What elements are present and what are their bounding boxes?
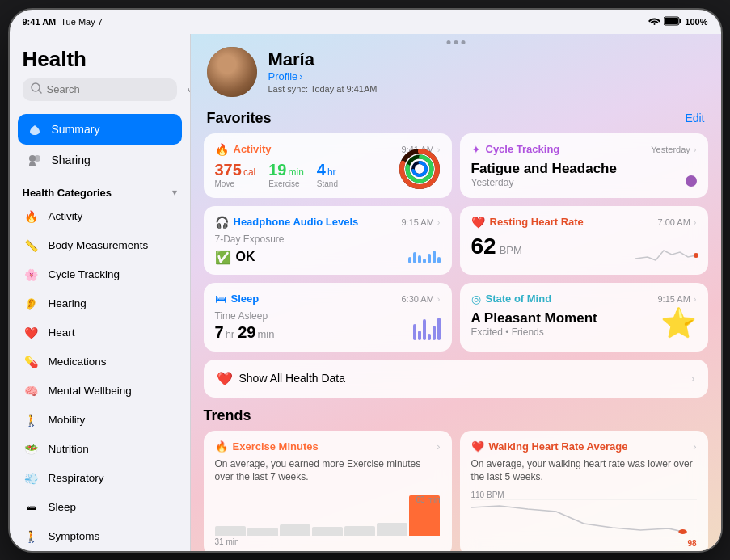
sidebar-item-cycle-tracking[interactable]: 🌸 Cycle Tracking <box>10 260 190 289</box>
cycle-card-icon: ✦ <box>471 143 481 156</box>
sidebar-item-label-summary: Summary <box>52 123 100 136</box>
profile-sync: Last sync: Today at 9:41AM <box>268 84 705 94</box>
headphone-card[interactable]: 🎧 Headphone Audio Levels 9:15 AM › 7-Day… <box>204 206 452 275</box>
sleep-card-title: Sleep <box>231 293 260 305</box>
favorites-header: Favorites Edit <box>191 105 721 133</box>
svg-point-0 <box>654 23 656 25</box>
sidebar: Health Summary <box>10 34 191 551</box>
heart-rate-card[interactable]: ❤️ Resting Heart Rate 7:00 AM › 62 BPM <box>460 206 708 275</box>
profile-link[interactable]: Profile › <box>268 70 705 82</box>
activity-ring <box>399 148 441 190</box>
mobility-icon: 🚶 <box>23 411 40 429</box>
hr-trend-title: Walking Heart Rate Average <box>489 440 628 453</box>
activity-card[interactable]: 🔥 Activity 9:41 AM › 375 cal <box>204 133 452 198</box>
heart-rate-chart <box>635 234 700 267</box>
show-all-text: Show All Health Data <box>239 372 685 385</box>
category-label-cycle: Cycle Tracking <box>49 268 120 280</box>
sidebar-item-heart[interactable]: ❤️ Heart <box>10 318 190 347</box>
heart-rate-chevron-icon: › <box>694 217 697 227</box>
status-date: Tue May 7 <box>61 17 103 27</box>
cycle-card-title: Cycle Tracking <box>486 143 560 155</box>
sidebar-item-summary[interactable]: Summary <box>18 114 182 145</box>
sidebar-item-mental-wellbeing[interactable]: 🧠 Mental Wellbeing <box>10 377 190 406</box>
category-label-hearing: Hearing <box>49 297 87 309</box>
heart-rate-unit: BPM <box>500 244 522 256</box>
headphone-card-title: Headphone Audio Levels <box>234 216 359 228</box>
sleep-minutes: 29 <box>238 323 255 342</box>
health-categories-header[interactable]: Health Categories ▾ <box>10 180 190 202</box>
svg-point-18 <box>678 529 686 534</box>
cycle-tracking-card[interactable]: ✦ Cycle Tracking Yesterday › Fatigue and… <box>460 133 708 198</box>
heart-rate-trend-card[interactable]: ❤️ Walking Heart Rate Average › On avera… <box>460 431 708 551</box>
profile-link-label: Profile <box>268 70 298 82</box>
trend-bar-4 <box>312 527 343 536</box>
category-label-mental: Mental Wellbeing <box>49 385 132 397</box>
trend-bar-1 <box>215 526 246 536</box>
search-input[interactable] <box>47 83 183 95</box>
show-all-chevron-icon: › <box>691 372 695 385</box>
state-of-mind-card[interactable]: ◎ State of Mind 9:15 AM › A Pleasant Mom… <box>460 283 708 352</box>
sidebar-item-body-measurements[interactable]: 📏 Body Measurements <box>10 231 190 260</box>
heart-icon: ❤️ <box>23 324 40 342</box>
exercise-unit: min <box>288 166 303 178</box>
health-categories-label: Health Categories <box>23 187 112 199</box>
chevron-down-icon: ▾ <box>172 187 177 198</box>
wifi-icon <box>648 16 660 27</box>
exercise-trend-card[interactable]: 🔥 Exercise Minutes › On average, you ear… <box>204 431 452 551</box>
category-label-nutrition: Nutrition <box>49 443 89 455</box>
svg-point-9 <box>34 155 40 162</box>
avatar <box>207 47 257 97</box>
activity-card-icon: 🔥 <box>215 143 229 156</box>
stand-unit: hr <box>327 166 336 178</box>
sleep-hr-label: hr <box>226 328 235 340</box>
stand-label: Stand <box>317 179 338 188</box>
svg-rect-2 <box>680 19 681 23</box>
sleep-sub-label: Time Asleep <box>215 310 441 322</box>
edit-button[interactable]: Edit <box>685 112 704 124</box>
category-label-heart: Heart <box>49 326 75 339</box>
activity-card-title: Activity <box>234 143 272 155</box>
trends-title: Trends <box>204 407 251 424</box>
headphone-bars-visual <box>408 251 441 263</box>
profile-info: María Profile › Last sync: Today at 9:41… <box>268 49 705 94</box>
profile-header: María Profile › Last sync: Today at 9:41… <box>191 34 721 105</box>
sidebar-item-nutrition[interactable]: 🥗 Nutrition <box>10 435 190 464</box>
exercise-trend-chart: 63 min 31 min <box>215 495 441 544</box>
sidebar-item-hearing[interactable]: 👂 Hearing <box>10 289 190 318</box>
hr-trend-chart: 110 BPM 98 <box>471 491 697 547</box>
status-time: 9:41 AM <box>23 17 57 27</box>
exercise-trend-title: Exercise Minutes <box>233 440 319 453</box>
search-bar[interactable] <box>23 78 177 101</box>
sidebar-item-activity[interactable]: 🔥 Activity <box>10 202 190 231</box>
battery-pct: 100% <box>685 17 707 27</box>
trend-bar-5 <box>344 526 375 537</box>
headphone-chevron-icon: › <box>437 217 441 227</box>
sidebar-item-symptoms[interactable]: 🚶 Symptoms <box>10 522 190 551</box>
ok-text: OK <box>236 250 255 264</box>
category-label-sleep: Sleep <box>49 501 77 513</box>
body-icon: 📏 <box>23 237 40 255</box>
sidebar-item-respiratory[interactable]: 💨 Respiratory <box>10 464 190 493</box>
cycle-icon: 🌸 <box>23 266 40 284</box>
headphone-time: 9:15 AM <box>401 217 433 227</box>
exposure-label: 7-Day Exposure <box>215 234 441 245</box>
show-all-health-data[interactable]: ❤️ Show All Health Data › <box>204 360 708 398</box>
sleep-chevron-icon: › <box>437 294 441 304</box>
hearing-icon: 👂 <box>23 295 40 313</box>
exercise-trend-desc: On average, you earned more Exercise min… <box>215 457 441 485</box>
trends-section: Trends 🔥 Exercise Minutes › On average, … <box>191 407 721 551</box>
sidebar-item-medications[interactable]: 💊 Medications <box>10 347 190 377</box>
sidebar-item-mobility[interactable]: 🚶 Mobility <box>10 406 190 435</box>
sleep-card-icon: 🛏 <box>215 293 226 305</box>
svg-rect-3 <box>665 18 678 24</box>
battery-icon <box>664 16 681 27</box>
sleep-card[interactable]: 🛏 Sleep 6:30 AM › Time Asleep 7 hr 29 <box>204 283 452 352</box>
cycle-symptom: Fatigue and Headache <box>471 161 697 177</box>
sidebar-item-sleep[interactable]: 🛏 Sleep <box>10 493 190 522</box>
sidebar-item-sharing[interactable]: Sharing <box>18 145 182 175</box>
exercise-min-label: 31 min <box>215 537 441 546</box>
favorites-grid: 🔥 Activity 9:41 AM › 375 cal <box>191 133 721 352</box>
sidebar-nav: Summary Sharing <box>10 109 190 180</box>
headphone-icon: 🎧 <box>215 216 229 229</box>
respiratory-icon: 💨 <box>23 469 40 487</box>
